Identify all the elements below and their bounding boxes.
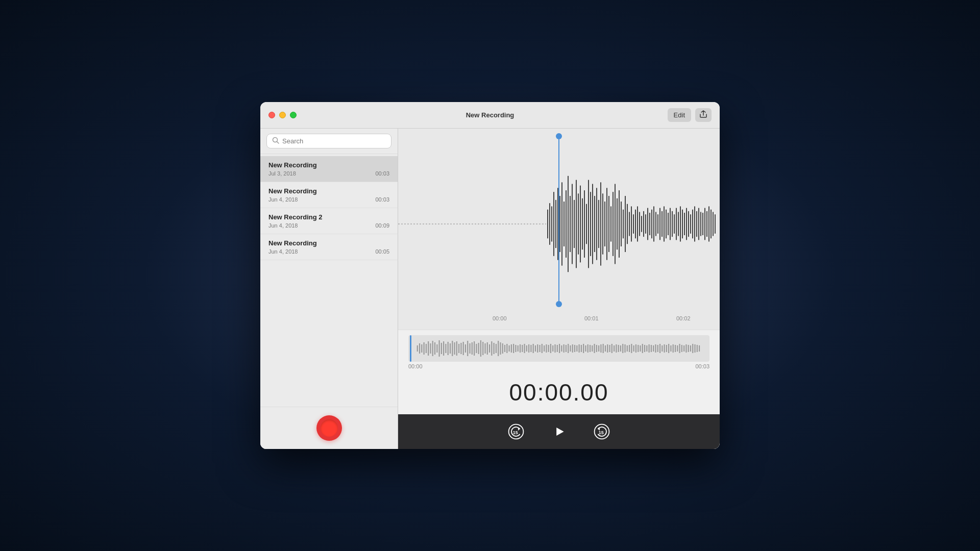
close-button[interactable] <box>268 112 275 118</box>
svg-rect-149 <box>554 344 555 353</box>
svg-text:15: 15 <box>599 430 604 435</box>
svg-rect-175 <box>611 344 612 353</box>
edit-button[interactable]: Edit <box>668 108 691 122</box>
svg-rect-107 <box>463 342 464 355</box>
svg-rect-28 <box>598 200 599 248</box>
svg-line-1 <box>277 142 279 144</box>
svg-rect-69 <box>682 210 683 239</box>
svg-rect-167 <box>594 344 595 353</box>
share-button[interactable] <box>695 108 712 122</box>
svg-rect-215 <box>699 345 700 352</box>
svg-rect-53 <box>649 213 650 235</box>
svg-rect-206 <box>679 344 680 353</box>
svg-rect-121 <box>494 343 495 354</box>
svg-rect-170 <box>600 344 601 353</box>
search-input-wrap <box>266 134 391 148</box>
play-button[interactable] <box>548 420 570 443</box>
overview-section: 00:00 00:03 <box>398 330 720 373</box>
svg-rect-23 <box>588 180 589 268</box>
content: New Recording Jul 3, 2018 00:03 New Reco… <box>260 129 720 449</box>
svg-rect-108 <box>465 344 466 353</box>
svg-rect-96 <box>439 340 440 357</box>
svg-rect-54 <box>651 210 652 239</box>
svg-rect-154 <box>566 345 567 352</box>
svg-rect-37 <box>617 198 618 249</box>
maximize-button[interactable] <box>290 112 297 118</box>
svg-rect-105 <box>458 344 459 353</box>
svg-rect-111 <box>472 342 473 355</box>
svg-rect-182 <box>627 345 628 352</box>
svg-rect-18 <box>578 193 579 254</box>
record-button[interactable] <box>316 415 342 441</box>
svg-rect-49 <box>641 216 642 232</box>
svg-rect-61 <box>666 210 667 239</box>
svg-rect-89 <box>424 342 425 355</box>
svg-rect-56 <box>655 212 656 236</box>
svg-rect-100 <box>448 342 449 355</box>
svg-rect-16 <box>574 200 575 248</box>
svg-rect-157 <box>572 344 573 353</box>
svg-rect-144 <box>544 345 545 352</box>
svg-rect-17 <box>576 180 577 268</box>
svg-rect-131 <box>515 345 516 352</box>
overview-end-time: 00:03 <box>695 363 709 369</box>
record-btn-inner <box>321 419 338 437</box>
svg-rect-128 <box>509 345 510 352</box>
svg-rect-110 <box>469 343 470 354</box>
svg-rect-15 <box>572 184 573 264</box>
svg-rect-77 <box>698 208 699 240</box>
recording-meta: Jun 4, 2018 00:09 <box>268 222 389 229</box>
recording-name: New Recording 2 <box>268 213 389 221</box>
svg-rect-29 <box>600 182 601 265</box>
svg-rect-174 <box>609 345 610 352</box>
svg-rect-176 <box>614 345 615 352</box>
svg-rect-52 <box>647 208 648 240</box>
svg-rect-76 <box>696 211 697 237</box>
svg-rect-125 <box>502 343 503 354</box>
svg-rect-5 <box>551 206 552 241</box>
overview-time-row: 00:00 00:03 <box>408 362 709 371</box>
recording-duration: 00:05 <box>375 248 389 255</box>
svg-rect-47 <box>637 206 638 241</box>
svg-rect-126 <box>504 345 505 352</box>
svg-rect-114 <box>478 343 479 354</box>
svg-rect-85 <box>715 214 716 234</box>
recordings-list: New Recording Jul 3, 2018 00:03 New Reco… <box>260 154 398 407</box>
svg-rect-91 <box>428 341 429 356</box>
svg-rect-25 <box>592 184 593 264</box>
svg-rect-207 <box>681 345 682 352</box>
overview-waveform <box>408 335 709 362</box>
sidebar: New Recording Jul 3, 2018 00:03 New Reco… <box>260 129 398 449</box>
svg-rect-193 <box>651 345 652 352</box>
svg-rect-177 <box>616 344 617 353</box>
svg-rect-122 <box>496 344 497 353</box>
svg-rect-6 <box>553 192 554 256</box>
recording-item[interactable]: New Recording Jun 4, 2018 00:05 <box>260 234 398 260</box>
minimize-button[interactable] <box>279 112 286 118</box>
svg-rect-166 <box>592 345 593 352</box>
recording-item[interactable]: New Recording Jun 4, 2018 00:03 <box>260 182 398 208</box>
svg-rect-211 <box>690 345 691 352</box>
svg-rect-168 <box>596 345 597 352</box>
forward-15-button[interactable]: 15 <box>591 420 613 443</box>
timer-display: 00:00.00 <box>509 379 608 406</box>
svg-rect-103 <box>454 342 455 355</box>
controls-bar: 15 15 <box>398 414 720 449</box>
recording-item[interactable]: New Recording 2 Jun 4, 2018 00:09 <box>260 208 398 234</box>
playhead <box>558 136 559 304</box>
rewind-15-button[interactable]: 15 <box>505 420 527 443</box>
svg-rect-72 <box>688 211 689 237</box>
svg-rect-146 <box>548 345 549 352</box>
svg-rect-192 <box>649 344 650 353</box>
search-input[interactable] <box>282 137 386 145</box>
svg-rect-123 <box>498 341 499 356</box>
playhead-bottom-dot <box>556 301 562 307</box>
search-container <box>260 129 398 154</box>
recording-item[interactable]: New Recording Jul 3, 2018 00:03 <box>260 156 398 182</box>
svg-rect-43 <box>629 212 630 236</box>
svg-rect-161 <box>581 345 582 352</box>
svg-rect-195 <box>655 344 656 353</box>
svg-rect-51 <box>645 214 646 234</box>
svg-rect-130 <box>513 344 514 353</box>
svg-rect-45 <box>633 214 634 234</box>
